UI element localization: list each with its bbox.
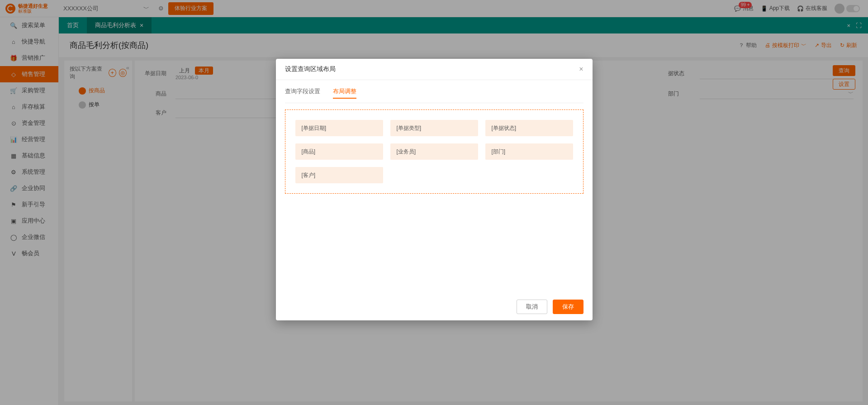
modal-close-button[interactable]: × (579, 65, 583, 73)
layout-chip-customer[interactable]: [客户] (295, 167, 383, 183)
layout-chip-salesperson[interactable]: [业务员] (390, 143, 478, 160)
modal-overlay: 设置查询区域布局 × 查询字段设置 布局调整 [单据日期] [单据类型] [单据… (0, 0, 868, 405)
layout-chip-product[interactable]: [商品] (295, 143, 383, 160)
modal-save-button[interactable]: 保存 (553, 300, 583, 314)
modal-dialog: 设置查询区域布局 × 查询字段设置 布局调整 [单据日期] [单据类型] [单据… (276, 59, 593, 320)
layout-dropzone[interactable]: [单据日期] [单据类型] [单据状态] [商品] [业务员] [部门] [客户… (285, 110, 583, 194)
modal-tab-fields[interactable]: 查询字段设置 (285, 85, 320, 98)
modal-cancel-button[interactable]: 取消 (517, 300, 547, 314)
modal-title: 设置查询区域布局 (285, 65, 336, 73)
layout-chip-status[interactable]: [单据状态] (485, 120, 573, 136)
layout-chip-dept[interactable]: [部门] (485, 143, 573, 160)
modal-tab-layout[interactable]: 布局调整 (333, 85, 356, 98)
layout-chip-date[interactable]: [单据日期] (295, 120, 383, 136)
layout-chip-type[interactable]: [单据类型] (390, 120, 478, 136)
